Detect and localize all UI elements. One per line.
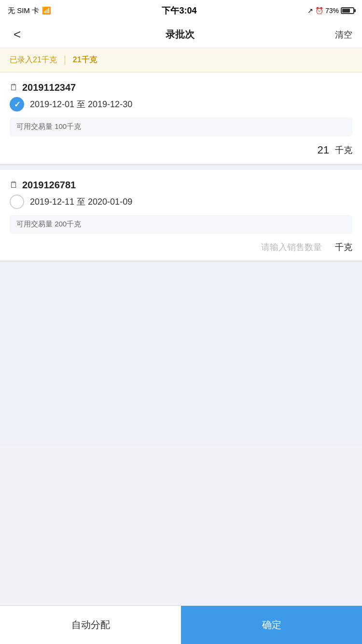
battery-bar	[341, 7, 354, 14]
batch-1-quantity-row: 21 千克	[0, 136, 362, 165]
battery-tip	[354, 9, 356, 12]
batch-2-date-row[interactable]: 2019-12-11 至 2020-01-09	[10, 195, 352, 209]
batch-2-radio[interactable]	[10, 195, 24, 209]
batch-1-available: 可用交易量 100千克	[10, 117, 352, 136]
batch-2-available: 可用交易量 200千克	[10, 215, 352, 234]
batch-1-date-row[interactable]: ✓ 2019-12-01 至 2019-12-30	[10, 97, 352, 112]
bottom-bar: 自动分配 确定	[0, 605, 362, 644]
empty-area	[0, 262, 362, 445]
batch-1-id: 2019112347	[22, 82, 76, 93]
status-right: ↗ ⏰ 73%	[307, 7, 354, 14]
auto-distribute-button[interactable]: 自动分配	[0, 606, 181, 644]
batch-2-quantity-input[interactable]	[233, 242, 329, 252]
location-icon: ↗	[307, 7, 313, 14]
batch-1-card: 🗒 2019112347 ✓ 2019-12-01 至 2019-12-30 可…	[0, 72, 362, 136]
section-divider	[0, 165, 362, 170]
summary-label: 已录入21千克	[10, 55, 57, 65]
no-sim-label: 无 SIM 卡	[8, 6, 39, 15]
batch-1-radio[interactable]: ✓	[10, 97, 24, 112]
summary-divider	[65, 56, 65, 65]
batch-1-date: 2019-12-01 至 2019-12-30	[30, 98, 132, 110]
batch-2-input-row[interactable]: 千克	[0, 234, 362, 262]
summary-value: 21千克	[73, 55, 97, 65]
page-title: 录批次	[166, 28, 195, 41]
battery-fill	[342, 9, 350, 13]
alarm-icon: ⏰	[315, 7, 323, 14]
status-left: 无 SIM 卡 📶	[8, 6, 51, 15]
batch-2-id: 2019126781	[22, 180, 76, 191]
batch-1-quantity-value[interactable]: 21	[318, 144, 329, 156]
batch-1-unit: 千克	[335, 144, 352, 156]
back-button[interactable]: <	[10, 25, 25, 44]
batch-2-header: 🗒 2019126781	[10, 180, 352, 191]
summary-banner: 已录入21千克 21千克	[0, 48, 362, 72]
clear-button[interactable]: 清空	[335, 29, 352, 41]
status-bar: 无 SIM 卡 📶 下午3:04 ↗ ⏰ 73%	[0, 0, 362, 21]
nav-bar: < 录批次 清空	[0, 21, 362, 48]
status-time: 下午3:04	[162, 5, 196, 16]
batch-2-unit: 千克	[335, 241, 352, 253]
battery-percent: 73%	[325, 7, 339, 14]
batch-1-header: 🗒 2019112347	[10, 82, 352, 93]
batch-2-card: 🗒 2019126781 2019-12-11 至 2020-01-09 可用交…	[0, 170, 362, 234]
batch-2-icon: 🗒	[10, 180, 18, 190]
batch-2-date: 2019-12-11 至 2020-01-09	[30, 196, 132, 208]
batch-1-icon: 🗒	[10, 83, 18, 93]
confirm-button[interactable]: 确定	[181, 606, 362, 644]
check-icon: ✓	[14, 100, 20, 109]
wifi-icon: 📶	[42, 6, 51, 15]
